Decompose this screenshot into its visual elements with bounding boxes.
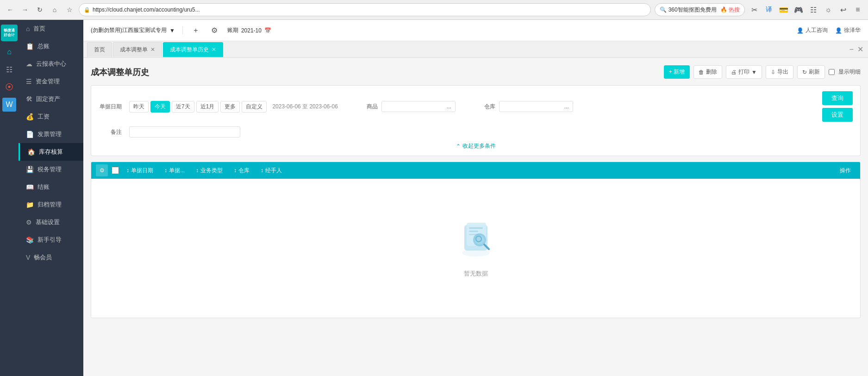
display-toggle[interactable]: 显示明细: [829, 68, 861, 76]
sidebar-icon-4[interactable]: W: [2, 98, 16, 112]
nav-label-asset: 固定资产: [36, 95, 60, 103]
tab-home[interactable]: 首页: [87, 42, 112, 57]
nav-item-money[interactable]: ☰ 资金管理: [19, 73, 83, 90]
period-selector[interactable]: 账期 2021-10 📅: [227, 26, 271, 34]
user-service-btn[interactable]: 👤 人工咨询: [797, 26, 828, 34]
home-browser-button[interactable]: ⌂: [49, 4, 60, 15]
nav-item-invoice[interactable]: 📄 发票管理: [19, 125, 83, 143]
remark-input[interactable]: [129, 126, 240, 138]
col-header-warehouse[interactable]: ↕ 仓库: [230, 167, 253, 175]
invoice-icon: 📄: [26, 131, 34, 138]
warehouse-more-dots: ...: [564, 103, 569, 110]
query-button[interactable]: 查询: [822, 91, 853, 105]
tab-close-button[interactable]: ✕: [857, 45, 863, 54]
nav-label-invoice: 发票管理: [37, 130, 62, 138]
tab-minimize-button[interactable]: −: [849, 45, 854, 54]
product-filter-select[interactable]: ...: [381, 101, 456, 112]
star-button[interactable]: ☆: [64, 4, 75, 15]
period-value: 2021-10: [241, 27, 262, 34]
nav-item-archive[interactable]: 📁 归档管理: [19, 196, 83, 213]
nav-item-member[interactable]: V 畅会员: [19, 249, 83, 266]
add-company-button[interactable]: +: [190, 25, 201, 36]
warehouse-filter-select[interactable]: ...: [499, 101, 573, 112]
sidebar-icon-3[interactable]: ⦿: [2, 80, 16, 94]
date-btn-yesterday[interactable]: 昨天: [129, 101, 149, 113]
tab-cost-adjust-history[interactable]: 成本调整单历史 ✕: [163, 42, 223, 57]
table-settings-icon[interactable]: ⚙: [96, 164, 108, 176]
nav-item-home[interactable]: ⌂ 首页: [19, 20, 83, 38]
tab-cost-adjust-history-close[interactable]: ✕: [212, 46, 216, 53]
brand-logo: 畅捷通好会计: [1, 25, 18, 41]
game-button[interactable]: 🎮: [793, 4, 804, 15]
nav-item-tax[interactable]: 💾 税务管理: [19, 161, 83, 178]
date-btn-7days[interactable]: 近7天: [172, 101, 194, 113]
service-label: 人工咨询: [806, 26, 828, 34]
brightness-button[interactable]: ☼: [823, 4, 834, 15]
ssl-lock-icon: 🔒: [84, 7, 90, 13]
print-dropdown-icon: ▼: [751, 69, 757, 75]
tab-cost-adjust-close[interactable]: ✕: [150, 46, 155, 53]
nav-item-inventory[interactable]: 🏠 库存核算: [19, 143, 83, 161]
period-label: 账期: [227, 26, 238, 34]
empty-icon: [453, 216, 499, 262]
export-icon: ⇩: [771, 69, 775, 75]
page-title: 成本调整单历史: [91, 67, 149, 78]
date-btn-1month[interactable]: 近1月: [196, 101, 219, 113]
refresh-browser-button[interactable]: ↻: [34, 4, 45, 15]
date-btn-more[interactable]: 更多: [220, 101, 240, 113]
address-bar[interactable]: 🔒 https://cloud.chanjet.com/accounting/u…: [79, 3, 651, 16]
filter-settings-button[interactable]: 设置: [822, 108, 853, 122]
col-header-number[interactable]: ↕ 单据...: [161, 167, 188, 175]
date-filter-label: 单据日期: [99, 103, 122, 111]
tab-home-label: 首页: [94, 46, 105, 54]
nav-item-close-book[interactable]: 📖 结账: [19, 178, 83, 196]
date-btn-today[interactable]: 今天: [150, 101, 170, 113]
home-icon: ⌂: [26, 25, 30, 32]
nav-label-cloud: 云报表中心: [36, 60, 66, 68]
table-select-all-checkbox[interactable]: [112, 167, 119, 174]
grid-button[interactable]: ☷: [808, 4, 819, 15]
url-text: https://cloud.chanjet.com/accounting/uru…: [93, 6, 200, 13]
forward-button[interactable]: →: [19, 4, 31, 15]
user-profile-btn[interactable]: 👤 徐泽华: [835, 26, 861, 34]
nav-item-cloud[interactable]: ☁ 云报表中心: [19, 55, 83, 73]
new-button[interactable]: + 新增: [664, 65, 690, 79]
nav-item-settings[interactable]: ⚙ 基础设置: [19, 213, 83, 231]
tab-cost-adjust[interactable]: 成本调整单 ✕: [113, 42, 162, 57]
company-settings-icon[interactable]: ⚙: [209, 25, 220, 36]
back-button[interactable]: ←: [5, 4, 16, 15]
sidebar-icon-home[interactable]: ⌂: [2, 45, 16, 59]
wallet-button[interactable]: 💳: [778, 4, 789, 15]
empty-text: 暂无数据: [464, 269, 488, 278]
menu-button[interactable]: ≡: [852, 4, 863, 15]
display-toggle-checkbox[interactable]: [829, 69, 835, 75]
translate-button[interactable]: 译: [763, 4, 774, 15]
product-filter-label: 商品: [355, 103, 378, 111]
export-button[interactable]: ⇩ 导出: [766, 65, 793, 79]
nav-label-home: 首页: [33, 25, 45, 33]
col-header-type[interactable]: ↕ 业务类型: [192, 167, 226, 175]
nav-label-salary: 工资: [37, 113, 50, 121]
company-selector[interactable]: (勿删勿禁用)江西服宝测试专用 ▼: [91, 26, 183, 34]
sidebar-icon-2[interactable]: ☷: [2, 63, 16, 76]
warehouse-filter-label: 仓库: [472, 103, 495, 111]
nav-item-guide[interactable]: 📚 新手引导: [19, 231, 83, 249]
collapse-button[interactable]: ⌃ 收起更多条件: [456, 142, 496, 150]
col-header-action: 操作: [840, 167, 856, 175]
nav-item-salary[interactable]: 💰 工资: [19, 108, 83, 125]
nav-item-ledger[interactable]: 📋 总账: [19, 38, 83, 55]
scissors-button[interactable]: ✂: [749, 4, 760, 15]
print-button[interactable]: 🖨 打印 ▼: [726, 65, 762, 79]
refresh-button[interactable]: ↻ 刷新: [797, 65, 825, 79]
col-header-date[interactable]: ↕ 单据日期: [123, 167, 157, 175]
undo-button[interactable]: ↩: [837, 4, 849, 15]
nav-sidebar: ⌂ 首页 📋 总账 ☁ 云报表中心 ☰ 资金管理 🛠 固定资产 💰 工资: [19, 20, 83, 376]
company-name: (勿删勿禁用)江西服宝测试专用: [91, 26, 167, 34]
date-btn-custom[interactable]: 自定义: [242, 101, 267, 113]
col-header-handler[interactable]: ↕ 经手人: [257, 167, 286, 175]
search-text: 360智能抠图免费用: [668, 6, 717, 14]
delete-button[interactable]: 🗑 删除: [693, 65, 722, 79]
asset-icon: 🛠: [26, 95, 32, 103]
nav-item-asset[interactable]: 🛠 固定资产: [19, 90, 83, 108]
money-icon: ☰: [26, 78, 32, 85]
